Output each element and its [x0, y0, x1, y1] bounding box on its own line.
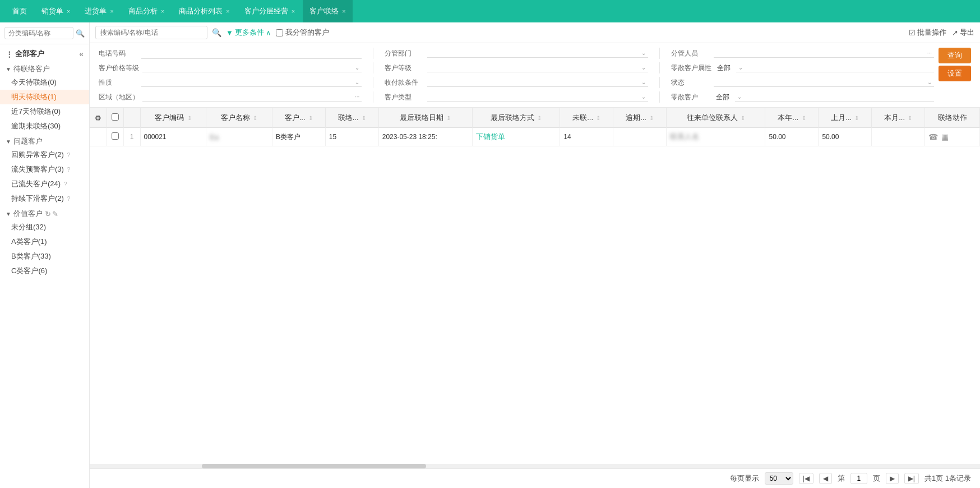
sort-icon[interactable]: ⇕	[741, 115, 745, 121]
divider	[373, 91, 373, 103]
td-last-month: 50.00	[819, 128, 872, 146]
filter-payment-select[interactable]: ⌄	[427, 78, 648, 87]
search-icon[interactable]: 🔍	[76, 29, 85, 38]
total-records: 共1页 1条记录	[924, 473, 971, 484]
horizontal-scrollbar[interactable]	[90, 464, 980, 468]
page-number-input[interactable]	[850, 473, 867, 484]
sidebar-item-overdue-contact[interactable]: 逾期未联络(30)	[0, 119, 89, 133]
toolbar-right-actions: ☑ 批量操作 ↗ 导出	[909, 27, 974, 38]
help-icon[interactable]: ?	[67, 166, 70, 173]
contact-method-link[interactable]: 下销货单	[476, 132, 505, 141]
nav-purchase-order[interactable]: 进货单 ×	[78, 0, 120, 22]
set-button[interactable]: 设置	[939, 66, 971, 81]
last-page-button[interactable]: ▶|	[904, 473, 919, 484]
sort-icon[interactable]: ⇕	[446, 115, 451, 121]
sort-icon[interactable]: ⇕	[908, 115, 912, 121]
sidebar-group-problem-customers: ▼ 问题客户	[0, 133, 89, 148]
th-unlisted: 未联... ⇕	[560, 108, 613, 128]
sidebar-item-abnormal-repurchase[interactable]: 回购异常客户(2) ?	[0, 148, 89, 162]
sidebar-item-declining-customers[interactable]: 持续下滑客户(2) ?	[0, 191, 89, 206]
help-icon[interactable]: ?	[63, 181, 67, 187]
main-layout: 🔍 ⋮ 全部客户 « ▼ 待联络客户 今天待联络(0) 明天待联络(1) 近7天…	[0, 22, 980, 488]
more-conditions-button[interactable]: ▼ 更多条件 ∧	[226, 27, 271, 38]
nav-product-analysis[interactable]: 商品分析 ×	[122, 0, 171, 22]
scrollbar-thumb[interactable]	[202, 464, 426, 468]
sort-icon[interactable]: ⇕	[362, 115, 366, 121]
search-input[interactable]	[95, 26, 207, 39]
export-button[interactable]: ↗ 导出	[952, 27, 974, 38]
sidebar-item-class-c[interactable]: C类客户(6)	[0, 264, 89, 278]
help-icon[interactable]: ?	[67, 195, 70, 202]
select-all-checkbox[interactable]	[112, 113, 119, 121]
search-button[interactable]: 🔍	[212, 28, 221, 37]
edit-icon[interactable]: ✎	[52, 210, 58, 218]
sidebar-item-ungrouped[interactable]: 未分组(32)	[0, 220, 89, 234]
nav-customer-contact[interactable]: 客户联络 ×	[303, 0, 352, 22]
close-icon[interactable]: ×	[342, 8, 345, 15]
filter-customer-type-label: 客户类型	[385, 93, 424, 102]
sort-icon[interactable]: ⇕	[253, 115, 257, 121]
sort-icon[interactable]: ⇕	[802, 115, 806, 121]
filter-retail-attr-select[interactable]: ⌄	[736, 63, 934, 72]
sidebar-item-class-a[interactable]: A类客户(1)	[0, 234, 89, 249]
call-icon[interactable]: ☎	[928, 132, 938, 141]
prev-page-button[interactable]: ◀	[819, 473, 832, 484]
my-customers-checkbox[interactable]	[276, 29, 283, 36]
filter-customer-type-select[interactable]: ⌄	[427, 93, 648, 102]
filter-region-select[interactable]: ···	[142, 93, 362, 102]
filter-status-select[interactable]: ⌄	[714, 78, 934, 87]
sort-icon[interactable]: ⇕	[649, 115, 654, 121]
sort-icon[interactable]: ⇕	[537, 115, 542, 121]
nav-product-analysis-list[interactable]: 商品分析列表 ×	[172, 0, 236, 22]
sidebar-item-today-contact[interactable]: 今天待联络(0)	[0, 75, 89, 90]
collapse-icon[interactable]: «	[79, 49, 84, 58]
sidebar-item-class-b[interactable]: B类客户(33)	[0, 249, 89, 264]
batch-operation-button[interactable]: ☑ 批量操作	[909, 27, 946, 38]
filter-person-select[interactable]: ···	[714, 49, 934, 58]
td-this-year: 50.00	[765, 128, 819, 146]
sidebar-item-lost-warning[interactable]: 流失预警客户(3) ?	[0, 162, 89, 177]
nav-home[interactable]: 首页	[6, 0, 34, 22]
sidebar-all-customers-header[interactable]: ⋮ 全部客户 «	[0, 44, 89, 61]
qr-icon[interactable]: ▦	[941, 132, 949, 141]
filter-retail-customer-select[interactable]: ⌄	[735, 93, 934, 102]
settings-icon[interactable]: ⚙	[95, 114, 101, 122]
close-icon[interactable]: ×	[226, 8, 229, 15]
sort-icon[interactable]: ⇕	[854, 115, 859, 121]
close-icon[interactable]: ×	[161, 8, 164, 15]
filter-dept-select[interactable]: ⌄	[427, 49, 648, 58]
row-checkbox[interactable]	[112, 132, 119, 140]
filter-phone-input[interactable]	[141, 48, 362, 59]
sidebar-search-input[interactable]	[4, 27, 73, 39]
chevron-down-icon: ⌄	[738, 65, 743, 71]
sidebar-item-tomorrow-contact[interactable]: 明天待联络(1)	[0, 90, 89, 104]
my-customers-checkbox-label[interactable]: 我分管的客户	[276, 27, 329, 38]
th-contact-count: 联络... ⇕	[325, 108, 378, 128]
sort-icon[interactable]: ⇕	[596, 115, 600, 121]
filter-customer-grade-select[interactable]: ⌄	[427, 63, 648, 72]
close-icon[interactable]: ×	[67, 8, 70, 15]
refresh-icon[interactable]: ↻	[45, 210, 51, 218]
sidebar-item-lost-customers[interactable]: 已流失客户(24) ?	[0, 177, 89, 191]
query-button[interactable]: 查询	[939, 48, 971, 63]
chevron-down-icon: ⌄	[641, 65, 646, 71]
sort-icon[interactable]: ⇕	[308, 115, 313, 121]
filter-nature-select[interactable]: ⌄	[141, 78, 362, 87]
td-actions: ☎ ▦	[925, 128, 980, 146]
th-num	[123, 108, 140, 128]
close-icon[interactable]: ×	[292, 8, 295, 15]
page-label: 第	[838, 473, 845, 484]
filter-price-grade-select[interactable]: ⌄	[142, 63, 362, 72]
help-icon[interactable]: ?	[67, 151, 70, 158]
first-page-button[interactable]: |◀	[799, 473, 813, 484]
sidebar: 🔍 ⋮ 全部客户 « ▼ 待联络客户 今天待联络(0) 明天待联络(1) 近7天…	[0, 22, 90, 488]
sidebar-item-week-contact[interactable]: 近7天待联络(0)	[0, 104, 89, 119]
nav-customer-tier[interactable]: 客户分层经营 ×	[238, 0, 302, 22]
filter-retail-attr-label: 零散客户属性	[671, 63, 711, 73]
per-page-select[interactable]: 50 100 200	[765, 472, 793, 485]
nav-sales-order[interactable]: 销货单 ×	[35, 0, 77, 22]
filter-area: 电话号码 分管部门 ⌄ 分管人员	[90, 43, 980, 108]
close-icon[interactable]: ×	[110, 8, 113, 15]
sort-icon[interactable]: ⇕	[187, 115, 192, 121]
next-page-button[interactable]: ▶	[886, 473, 899, 484]
